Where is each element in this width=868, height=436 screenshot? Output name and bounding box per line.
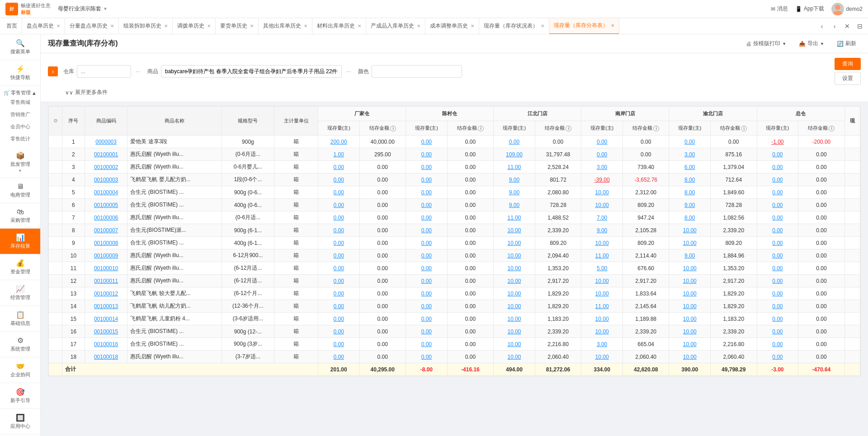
td-code[interactable]: 00100003 xyxy=(85,173,127,186)
user-menu[interactable]: demo2 xyxy=(831,3,863,15)
td-yb-qty[interactable]: 8.00 xyxy=(669,173,711,186)
td-na-qty[interactable]: 9.00 xyxy=(581,224,623,237)
cm-amt-info-icon[interactable]: ℹ xyxy=(478,126,484,131)
sidebar-item-search[interactable]: 🔍 搜索英单 xyxy=(0,34,40,60)
td-fac-qty[interactable]: 0.00 xyxy=(318,186,359,199)
tab-close-3[interactable]: ✕ xyxy=(164,23,168,28)
td-yb-qty[interactable]: 10.00 xyxy=(669,300,711,313)
td-fac-qty[interactable]: 0.00 xyxy=(318,237,359,249)
jb-amt-info-icon[interactable]: ℹ xyxy=(566,126,571,131)
tab-close-10[interactable]: ✕ xyxy=(541,23,544,28)
sidebar-sub-member[interactable]: 会员中心 xyxy=(3,121,38,133)
td-fac-qty[interactable]: 0.00 xyxy=(318,199,359,211)
td-total-qty[interactable]: 0.00 xyxy=(757,287,798,300)
tab-close-7[interactable]: ✕ xyxy=(358,23,361,28)
tab-expand[interactable]: ⊟ xyxy=(854,20,866,33)
sidebar-item-finance[interactable]: 💰 资金管理 xyxy=(0,254,40,280)
td-yb-qty[interactable]: 3.00 xyxy=(669,148,711,161)
nav-dropdown[interactable]: 母婴行业演示陈套 ▼ xyxy=(58,5,108,13)
sidebar-item-system[interactable]: ⚙ 系统管理 xyxy=(0,332,40,357)
td-cm-qty[interactable]: 0.00 xyxy=(406,211,448,224)
td-jb-qty[interactable]: 9.00 xyxy=(494,173,535,186)
td-code[interactable]: 0000003 xyxy=(85,136,127,148)
td-total-qty[interactable]: 0.00 xyxy=(757,300,798,313)
sidebar-item-wholesale[interactable]: 📦 批发管理 ▼ xyxy=(0,147,40,178)
color-input[interactable] xyxy=(372,65,462,78)
tab-close-1[interactable]: ✕ xyxy=(57,23,60,28)
tab-6[interactable]: 其他出库单历史 ✕ xyxy=(259,18,312,34)
td-total-qty[interactable]: -1.00 xyxy=(757,136,798,148)
refresh-button[interactable]: 🔄 刷新 xyxy=(832,38,861,49)
td-jb-qty[interactable]: 10.00 xyxy=(494,300,535,313)
td-code[interactable]: 00100010 xyxy=(85,262,127,275)
tab-close-6[interactable]: ✕ xyxy=(304,23,307,28)
td-jb-qty[interactable]: 109.00 xyxy=(494,148,535,161)
td-cm-qty[interactable]: 0.00 xyxy=(406,262,448,275)
sidebar-sub-retail-mall[interactable]: 零售商城 xyxy=(3,96,38,108)
tab-scroll-left[interactable]: ‹ xyxy=(816,20,828,33)
sidebar-item-purchase[interactable]: 🛍 采购管理 xyxy=(0,203,40,229)
td-code[interactable]: 00100002 xyxy=(85,161,127,173)
td-cm-qty[interactable]: 0.00 xyxy=(406,338,448,351)
td-yb-qty[interactable]: 9.00 xyxy=(669,199,711,211)
td-code[interactable]: 00100004 xyxy=(85,186,127,199)
td-cm-qty[interactable]: 0.00 xyxy=(406,224,448,237)
td-fac-qty[interactable]: 0.00 xyxy=(318,287,359,300)
td-na-qty[interactable]: 11.00 xyxy=(581,249,623,262)
td-fac-qty[interactable]: 0.00 xyxy=(318,338,359,351)
td-jb-qty[interactable]: 11.00 xyxy=(494,211,535,224)
td-fac-qty[interactable]: 0.00 xyxy=(318,275,359,287)
td-jb-qty[interactable]: 10.00 xyxy=(494,262,535,275)
td-yb-qty[interactable]: 10.00 xyxy=(669,313,711,325)
td-total-qty[interactable]: 0.00 xyxy=(757,237,798,249)
td-total-qty[interactable]: 0.00 xyxy=(757,338,798,351)
collapse-arrow[interactable]: › xyxy=(48,66,58,76)
td-total-qty[interactable]: 0.00 xyxy=(757,224,798,237)
td-cm-qty[interactable]: 0.00 xyxy=(406,287,448,300)
td-code[interactable]: 00100018 xyxy=(85,351,127,363)
tab-11[interactable]: 现存量（库存分布表） ✕ xyxy=(549,18,619,34)
td-yb-qty[interactable]: 9.00 xyxy=(669,249,711,262)
td-yb-qty[interactable]: 6.00 xyxy=(669,161,711,173)
td-code[interactable]: 00100009 xyxy=(85,249,127,262)
td-yb-qty[interactable]: 10.00 xyxy=(669,351,711,363)
td-na-qty[interactable]: 5.00 xyxy=(581,262,623,275)
td-total-qty[interactable]: 0.00 xyxy=(757,161,798,173)
td-cm-qty[interactable]: 0.00 xyxy=(406,161,448,173)
tab-close-2[interactable]: ✕ xyxy=(110,23,114,28)
td-fac-qty[interactable]: 0.00 xyxy=(318,161,359,173)
td-code[interactable]: 00100001 xyxy=(85,148,127,161)
td-na-qty[interactable]: 10.00 xyxy=(581,199,623,211)
td-total-qty[interactable]: 0.00 xyxy=(757,313,798,325)
tab-5[interactable]: 要货单历史 ✕ xyxy=(216,18,259,34)
td-code[interactable]: 00100005 xyxy=(85,199,127,211)
tab-2[interactable]: 分量盘点单历史 ✕ xyxy=(65,18,119,34)
td-jb-qty[interactable]: 10.00 xyxy=(494,249,535,262)
td-fac-qty[interactable]: 0.00 xyxy=(318,351,359,363)
td-jb-qty[interactable]: 10.00 xyxy=(494,237,535,249)
td-yb-qty[interactable]: 10.00 xyxy=(669,338,711,351)
td-code[interactable]: 00100015 xyxy=(85,325,127,338)
tab-close-5[interactable]: ✕ xyxy=(250,23,254,28)
td-total-qty[interactable]: 0.00 xyxy=(757,275,798,287)
td-jb-qty[interactable]: 10.00 xyxy=(494,325,535,338)
td-fac-qty[interactable]: 200.00 xyxy=(318,136,359,148)
yb-amt-info-icon[interactable]: ℹ xyxy=(741,126,747,131)
td-fac-qty[interactable]: 0.00 xyxy=(318,224,359,237)
td-na-qty[interactable]: 10.00 xyxy=(581,275,623,287)
td-yb-qty[interactable]: 0.00 xyxy=(669,136,711,148)
td-jb-qty[interactable]: 9.00 xyxy=(494,199,535,211)
td-jb-qty[interactable]: 10.00 xyxy=(494,351,535,363)
tab-close-11[interactable]: ✕ xyxy=(611,23,614,28)
td-total-qty[interactable]: 0.00 xyxy=(757,173,798,186)
td-jb-qty[interactable]: 11.00 xyxy=(494,161,535,173)
sidebar-item-basics[interactable]: 📋 基础信息 xyxy=(0,306,40,332)
td-na-qty[interactable]: 3.00 xyxy=(581,338,623,351)
td-na-qty[interactable]: 10.00 xyxy=(581,351,623,363)
tab-9[interactable]: 成本调整单历史 ✕ xyxy=(425,18,479,34)
tab-10[interactable]: 现存量（库存状况表） ✕ xyxy=(479,18,549,34)
td-code[interactable]: 00100016 xyxy=(85,338,127,351)
na-amt-info-icon[interactable]: ℹ xyxy=(653,126,659,131)
td-na-qty[interactable]: 10.00 xyxy=(581,186,623,199)
td-cm-qty[interactable]: 0.00 xyxy=(406,136,448,148)
